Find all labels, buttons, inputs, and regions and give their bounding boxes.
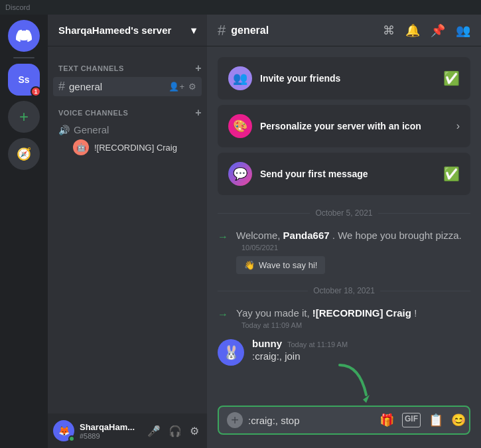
notification-bell-icon[interactable]: 🔔 — [405, 23, 420, 38]
chevron-down-icon: ▾ — [191, 25, 196, 37]
server-header[interactable]: SharqaHameed's server ▾ — [48, 15, 207, 46]
bunny-message: 🐰 bunny Today at 11:19 AM :craig:, join — [218, 336, 470, 367]
channel-name-general: general — [69, 81, 102, 92]
setup-card-invite: 👥 Invite your friends ✅ — [218, 57, 470, 100]
invite-check-icon: ✅ — [443, 70, 460, 86]
first-message-icon: 💬 — [228, 162, 252, 186]
add-member-icon[interactable]: 👤+ — [169, 82, 184, 92]
gif-icon[interactable]: GIF — [402, 413, 421, 427]
server-sidebar: Ss 1 + 🧭 — [0, 15, 48, 448]
welcome-username: Panda667 — [283, 230, 330, 241]
date-divider-oct18: October 18, 2021 — [218, 286, 470, 295]
user-controls: 🎤 🎧 ⚙ — [145, 422, 202, 440]
user-name: SharqaHam... — [80, 422, 139, 432]
personalize-card-title: Personalize your server with an icon — [260, 121, 448, 131]
chat-input-container: + 🎁 GIF 📋 😊 — [207, 406, 481, 448]
welcome-content: Welcome, Panda667 . We hope you brought … — [236, 230, 470, 274]
pin-icon[interactable]: 📌 — [431, 23, 445, 38]
server-name: SharqaHameed's server — [58, 25, 171, 36]
bunny-avatar: 🐰 — [218, 339, 244, 366]
wave-button[interactable]: 👋 Wave to say hi! — [236, 256, 325, 274]
setup-card-first-message: 💬 Send your first message ✅ — [218, 153, 470, 195]
welcome-text-before: Welcome, — [236, 230, 283, 241]
wave-label: Wave to say hi! — [259, 260, 317, 270]
date-oct5-label: October 5, 2021 — [315, 208, 372, 218]
bunny-message-header: bunny Today at 11:19 AM — [252, 338, 348, 349]
wave-emoji: 👋 — [244, 260, 255, 270]
craig-name: ![RECORDING] Craig — [94, 143, 177, 153]
input-action-buttons: 🎁 GIF 📋 😊 — [379, 413, 466, 427]
craig-joined-message: → Yay you made it, ![RECORDING] Craig ! … — [218, 306, 470, 331]
user-settings-icon[interactable]: ⚙ — [187, 422, 202, 440]
bunny-message-text: :craig:, join — [252, 349, 348, 363]
date-oct18-label: October 18, 2021 — [313, 286, 375, 295]
online-status-dot — [68, 435, 75, 442]
chat-header: # general ⌘ 🔔 📌 👥 — [207, 15, 481, 46]
personalize-arrow-icon[interactable]: › — [456, 120, 460, 132]
notification-badge: 1 — [31, 86, 41, 97]
members-icon[interactable]: 👥 — [456, 23, 470, 38]
craig-timestamp: Today at 11:09 AM — [241, 321, 302, 329]
bunny-author: bunny — [252, 338, 282, 349]
voice-user-craig[interactable]: 🤖 ![RECORDING] Craig — [53, 138, 202, 157]
welcome-timestamp: 10/05/2021 — [241, 244, 278, 252]
date-divider-oct5: October 5, 2021 — [218, 208, 470, 218]
user-info: SharqaHam... #5889 — [80, 422, 139, 440]
voice-channels-label: VOICE CHANNELS — [58, 109, 128, 117]
app-title: Discord — [5, 3, 30, 11]
header-actions: ⌘ 🔔 📌 👥 — [383, 23, 470, 38]
chat-channel-name: general — [231, 25, 269, 37]
server-divider — [13, 57, 34, 58]
craig-system-content: Yay you made it, ![RECORDING] Craig ! To… — [236, 307, 417, 330]
first-message-card-title: Send your first message — [260, 169, 435, 179]
invite-card-title: Invite your friends — [260, 73, 435, 84]
add-text-channel-button[interactable]: + — [195, 62, 202, 74]
speaker-icon: 🔊 — [58, 125, 70, 135]
explore-button[interactable]: 🧭 — [8, 138, 40, 170]
user-panel: 🦊 SharqaHam... #5889 🎤 🎧 ⚙ — [48, 413, 207, 448]
channel-item-general-voice[interactable]: 🔊 General — [53, 121, 202, 138]
bunny-timestamp: Today at 11:19 AM — [287, 340, 348, 348]
welcome-message: → Welcome, Panda667 . We hope you brough… — [218, 228, 470, 275]
user-avatar: 🦊 — [53, 420, 74, 441]
main-content: # general ⌘ 🔔 📌 👥 👥 Invite your friends … — [207, 15, 481, 448]
welcome-text-after: . We hope you brought pizza. — [332, 230, 462, 241]
setup-cards: 👥 Invite your friends ✅ 🎨 Personalize yo… — [218, 57, 470, 195]
bunny-message-body: bunny Today at 11:19 AM :craig:, join — [252, 338, 348, 366]
craig-system-arrow-icon: → — [218, 309, 228, 321]
first-message-check-icon: ✅ — [443, 166, 460, 182]
chat-input-area: + 🎁 GIF 📋 😊 — [207, 406, 481, 448]
add-attachment-button[interactable]: + — [227, 412, 243, 428]
add-server-button[interactable]: + — [8, 101, 40, 133]
gift-icon[interactable]: 🎁 — [379, 413, 394, 427]
compass-icon: 🧭 — [17, 147, 31, 161]
mute-icon[interactable]: 🎤 — [145, 422, 163, 440]
user-avatar-icon: 🦊 — [58, 425, 70, 436]
title-bar: Discord — [0, 0, 481, 15]
hashtag-settings-icon[interactable]: ⌘ — [383, 23, 395, 38]
craig-avatar: 🤖 — [73, 139, 89, 155]
server-icon-sharqa[interactable]: Ss 1 — [8, 64, 40, 96]
text-channels-label: TEXT CHANNELS — [58, 64, 124, 72]
craig-username: ![RECORDING] Craig — [312, 307, 411, 319]
deafen-icon[interactable]: 🎧 — [166, 422, 184, 440]
chat-input[interactable] — [248, 415, 374, 426]
text-channels-category: TEXT CHANNELS + — [48, 52, 207, 77]
chat-messages: 👥 Invite your friends ✅ 🎨 Personalize yo… — [207, 46, 481, 406]
sticker-icon[interactable]: 📋 — [429, 413, 443, 427]
settings-icon[interactable]: ⚙ — [188, 82, 196, 92]
channel-hash-icon: # — [58, 80, 65, 94]
channel-item-general[interactable]: # general 👤+ ⚙ — [53, 77, 202, 96]
craig-text-before: Yay you made it, — [236, 307, 312, 319]
channel-action-icons: 👤+ ⚙ — [169, 82, 196, 92]
invite-icon: 👥 — [228, 66, 252, 90]
system-arrow-icon: → — [218, 231, 228, 243]
user-discriminator: #5889 — [80, 432, 139, 440]
setup-card-personalize: 🎨 Personalize your server with an icon › — [218, 105, 470, 147]
discord-home-icon[interactable] — [8, 20, 40, 52]
add-voice-channel-button[interactable]: + — [195, 107, 202, 119]
chat-input-wrapper: + 🎁 GIF 📋 😊 — [218, 406, 470, 435]
emoji-icon[interactable]: 😊 — [451, 413, 466, 427]
voice-channel-name: General — [74, 124, 109, 135]
add-icon: + — [19, 108, 29, 126]
